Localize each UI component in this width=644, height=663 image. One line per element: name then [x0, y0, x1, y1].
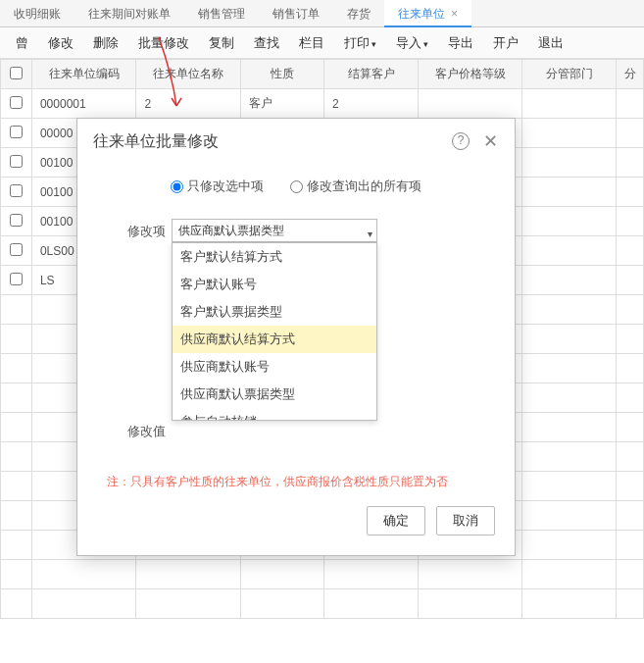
- tb-find[interactable]: 查找: [244, 34, 289, 52]
- dropdown-option[interactable]: 客户默认结算方式: [173, 243, 376, 271]
- dropdown-option[interactable]: 供应商默认账号: [173, 353, 376, 381]
- col-name[interactable]: 往来单位名称: [136, 60, 240, 89]
- tb-export[interactable]: 导出: [438, 34, 483, 52]
- cell-settle: 2: [324, 89, 419, 119]
- col-settle[interactable]: 结算客户: [324, 60, 419, 89]
- col-dept[interactable]: 分管部门: [522, 60, 617, 89]
- tb-exit[interactable]: 退出: [528, 34, 573, 52]
- tab-partner[interactable]: 往来单位×: [384, 0, 471, 27]
- row-checkbox[interactable]: [10, 96, 23, 109]
- top-tabs: 收明细账 往来期间对账单 销售管理 销售订单 存货 往来单位×: [0, 0, 644, 27]
- tb-print[interactable]: 打印▾: [334, 34, 386, 52]
- chevron-down-icon: ▾: [372, 39, 376, 49]
- tb-new[interactable]: 曾: [6, 34, 38, 52]
- help-icon[interactable]: ?: [452, 132, 470, 150]
- cell-extra: [617, 119, 644, 148]
- cell-dept: [522, 236, 617, 266]
- batch-edit-dialog: 往来单位批量修改 ? ✕ 只修改选中项 修改查询出的所有项 修改项 供应商默认票…: [76, 118, 516, 556]
- row-checkbox[interactable]: [10, 184, 23, 197]
- cell-extra: [617, 89, 644, 119]
- field-select[interactable]: 供应商默认票据类型 ▾: [172, 219, 377, 242]
- tab-reconcile[interactable]: 往来期间对账单: [74, 0, 184, 27]
- radio-all-queried[interactable]: 修改查询出的所有项: [290, 178, 421, 193]
- row-checkbox[interactable]: [10, 155, 23, 168]
- dropdown-option[interactable]: 参与自动核销: [173, 408, 376, 420]
- scope-radio-group: 只修改选中项 修改查询出的所有项: [107, 178, 485, 195]
- dialog-note: 注：只具有客户性质的往来单位，供应商报价含税性质只能置为否: [77, 460, 515, 490]
- dropdown-option[interactable]: 客户默认票据类型: [173, 298, 376, 326]
- cell-extra: [617, 236, 644, 266]
- tab-detail-ledger[interactable]: 收明细账: [0, 0, 74, 27]
- chevron-down-icon: ▾: [423, 39, 428, 49]
- dialog-header: 往来单位批量修改 ? ✕: [77, 119, 515, 160]
- check-all[interactable]: [10, 67, 23, 79]
- row-checkbox[interactable]: [10, 273, 23, 285]
- field-dropdown: 客户默认结算方式客户默认账号客户默认票据类型供应商默认结算方式供应商默认账号供应…: [172, 242, 377, 421]
- dropdown-option[interactable]: 供应商默认票据类型: [173, 381, 376, 408]
- cell-dept: [522, 178, 617, 207]
- col-nature[interactable]: 性质: [240, 60, 323, 89]
- cell-dept: [522, 207, 617, 236]
- dialog-footer: 确定 取消: [77, 490, 515, 555]
- cancel-button[interactable]: 取消: [436, 506, 495, 536]
- col-price[interactable]: 客户价格等级: [418, 60, 521, 89]
- dropdown-option[interactable]: 供应商默认结算方式: [173, 326, 376, 353]
- row-checkbox[interactable]: [10, 214, 23, 227]
- tab-sales-mgmt[interactable]: 销售管理: [184, 0, 259, 27]
- tab-inventory[interactable]: 存货: [333, 0, 384, 27]
- cell-extra: [617, 178, 644, 207]
- cell-dept: [522, 119, 617, 148]
- tab-sales-order[interactable]: 销售订单: [259, 0, 333, 27]
- cell-dept: [522, 89, 617, 119]
- cell-code: 0000001: [31, 89, 135, 119]
- row-checkbox[interactable]: [10, 126, 23, 138]
- table-row-empty: [1, 560, 644, 589]
- cell-extra: [617, 207, 644, 236]
- label-value: 修改值: [107, 419, 166, 440]
- cell-dept: [522, 266, 617, 295]
- dialog-title: 往来单位批量修改: [93, 131, 452, 152]
- cell-dept: [522, 148, 617, 178]
- cell-extra: [617, 266, 644, 295]
- cell-extra: [617, 148, 644, 178]
- table-row[interactable]: 00000012客户2: [1, 89, 644, 119]
- tb-batch-edit[interactable]: 批量修改: [128, 34, 199, 52]
- label-field: 修改项: [107, 219, 166, 240]
- table-row-empty: [1, 589, 644, 619]
- tb-open-account[interactable]: 开户: [483, 34, 528, 52]
- radio-selected-only[interactable]: 只修改选中项: [171, 178, 264, 193]
- ok-button[interactable]: 确定: [367, 506, 425, 536]
- tb-edit[interactable]: 修改: [38, 34, 83, 52]
- tb-copy[interactable]: 复制: [199, 34, 244, 52]
- row-checkbox[interactable]: [10, 243, 23, 256]
- tb-delete[interactable]: 删除: [83, 34, 128, 52]
- cell-name: 2: [136, 89, 240, 119]
- cell-price: [418, 89, 521, 119]
- col-code[interactable]: 往来单位编码: [31, 60, 135, 89]
- close-icon[interactable]: ×: [451, 7, 458, 21]
- toolbar: 曾 修改 删除 批量修改 复制 查找 栏目 打印▾ 导入▾ 导出 开户 退出: [0, 27, 644, 59]
- cell-nature: 客户: [240, 89, 323, 119]
- col-checkbox: [1, 60, 32, 89]
- tb-columns[interactable]: 栏目: [289, 34, 334, 52]
- dropdown-option[interactable]: 客户默认账号: [173, 271, 376, 298]
- close-icon[interactable]: ✕: [481, 130, 499, 152]
- col-extra[interactable]: 分: [617, 60, 644, 89]
- tb-import[interactable]: 导入▾: [386, 34, 438, 52]
